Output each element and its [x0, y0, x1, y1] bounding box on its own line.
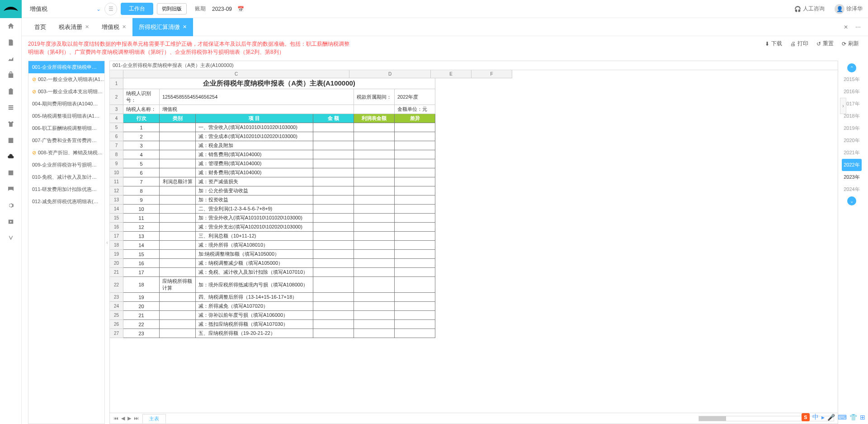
- cell[interactable]: [160, 195, 196, 205]
- cell[interactable]: 纳税人名称：: [123, 105, 160, 114]
- cell[interactable]: [160, 302, 196, 311]
- cell[interactable]: 18: [123, 277, 160, 293]
- cell[interactable]: 5: [123, 159, 160, 168]
- cell[interactable]: [395, 223, 435, 232]
- cell[interactable]: [354, 232, 395, 241]
- cell[interactable]: [160, 293, 196, 302]
- cell[interactable]: [354, 223, 395, 232]
- close-icon[interactable]: ✕: [122, 24, 126, 30]
- cell[interactable]: [354, 141, 395, 150]
- cell[interactable]: [354, 241, 395, 250]
- cell[interactable]: 金 额: [313, 114, 354, 123]
- cell[interactable]: 金额单位：元: [395, 105, 435, 114]
- year-item[interactable]: 2015年: [842, 73, 862, 86]
- cell[interactable]: [313, 123, 354, 132]
- cell[interactable]: [160, 159, 196, 168]
- cell[interactable]: 企业所得税年度纳税申报表（A类）主表(A100000): [123, 78, 435, 89]
- nav-home-icon[interactable]: [0, 18, 22, 34]
- download-button[interactable]: ⬇ 下载: [765, 40, 782, 48]
- cell[interactable]: [160, 150, 196, 159]
- cell[interactable]: 2022年度: [395, 89, 435, 105]
- cell[interactable]: 纳税人识别号：: [123, 89, 160, 105]
- cell[interactable]: [160, 241, 196, 250]
- cell[interactable]: 19: [123, 293, 160, 302]
- nav-v-icon[interactable]: [0, 230, 22, 246]
- sheet-nav-next[interactable]: ▶: [127, 415, 131, 421]
- tab-income-tax[interactable]: 所得税汇算清缴✕: [132, 18, 193, 36]
- form-list-item[interactable]: 007-广告费和业务宣传费跨…: [28, 134, 104, 147]
- cell[interactable]: [354, 123, 395, 132]
- form-list-item[interactable]: 001-企业所得税年度纳税申…: [28, 61, 104, 73]
- ime-mic-icon[interactable]: 🎤: [827, 414, 835, 421]
- form-list-item[interactable]: 009-企业所得税弥补亏损明…: [28, 159, 104, 171]
- year-up-button[interactable]: ⌃: [847, 63, 856, 72]
- cell[interactable]: [313, 277, 354, 293]
- cell[interactable]: 三、利润总额（10+11-12): [196, 232, 313, 241]
- cell[interactable]: 17: [123, 268, 160, 277]
- cell[interactable]: [160, 250, 196, 259]
- cell[interactable]: [313, 159, 354, 168]
- cell[interactable]: [354, 311, 395, 320]
- cell[interactable]: 一、营业收入(填写A101010\101020\103000): [196, 123, 313, 132]
- cell[interactable]: [313, 268, 354, 277]
- nav-video-icon[interactable]: [0, 214, 22, 230]
- cell[interactable]: [160, 205, 196, 214]
- close-icon[interactable]: ✕: [183, 24, 187, 30]
- cell[interactable]: 差异: [395, 114, 435, 123]
- cell[interactable]: [395, 132, 435, 141]
- cell[interactable]: [354, 168, 395, 177]
- cell[interactable]: [395, 123, 435, 132]
- nav-chart-icon[interactable]: [0, 51, 22, 67]
- cell[interactable]: [313, 329, 354, 338]
- year-down-button[interactable]: ⌄: [847, 196, 856, 205]
- nav-cloud-icon[interactable]: [0, 148, 22, 165]
- tabs-close-button[interactable]: ✕: [842, 22, 850, 32]
- cell[interactable]: 行次: [123, 114, 160, 123]
- cell[interactable]: 22: [123, 320, 160, 329]
- cell[interactable]: [313, 168, 354, 177]
- ime-punct-icon[interactable]: ▸: [821, 414, 825, 421]
- cell[interactable]: [313, 293, 354, 302]
- cell[interactable]: [395, 159, 435, 168]
- cell[interactable]: 税款所属期间：: [354, 89, 395, 105]
- cell[interactable]: [395, 293, 435, 302]
- cell[interactable]: 增值税: [160, 105, 354, 114]
- cell[interactable]: [395, 320, 435, 329]
- cell[interactable]: [160, 132, 196, 141]
- print-button[interactable]: 🖨 打印: [790, 40, 808, 48]
- ime-tool-icon[interactable]: ⊞: [860, 414, 865, 421]
- cell[interactable]: [395, 241, 435, 250]
- company-dropdown-icon[interactable]: ⌄: [96, 6, 101, 12]
- cell[interactable]: [160, 232, 196, 241]
- cell[interactable]: [395, 302, 435, 311]
- cell[interactable]: 减：纳税调整减少额（填写A105000）: [196, 259, 313, 268]
- year-item[interactable]: 2022年: [842, 159, 862, 171]
- cell[interactable]: [354, 150, 395, 159]
- cell[interactable]: [313, 311, 354, 320]
- cell[interactable]: [354, 250, 395, 259]
- cell[interactable]: 15: [123, 250, 160, 259]
- form-list-item[interactable]: 012-减免所得税优惠明细表(…: [28, 195, 104, 208]
- cell[interactable]: [354, 259, 395, 268]
- cell[interactable]: 1: [123, 123, 160, 132]
- cell[interactable]: 四、纳税调整后所得（13-14+15-16-17+18）: [196, 293, 313, 302]
- year-item[interactable]: 2020年: [842, 134, 862, 147]
- year-item[interactable]: 2024年: [842, 183, 862, 195]
- cell[interactable]: 23: [123, 329, 160, 338]
- cell[interactable]: [354, 195, 395, 205]
- doc-circle-button[interactable]: ☰: [104, 3, 117, 15]
- cell[interactable]: [395, 259, 435, 268]
- cell[interactable]: 减：管理费用(填写A104000): [196, 159, 313, 168]
- tab-vat[interactable]: 增值税✕: [95, 18, 132, 36]
- cell[interactable]: [395, 311, 435, 320]
- cell[interactable]: 14: [123, 241, 160, 250]
- cell[interactable]: 加：境外应税所得抵减境内亏损（填写A108000）: [196, 277, 313, 293]
- cell[interactable]: [160, 223, 196, 232]
- cell[interactable]: [313, 132, 354, 141]
- nav-clipboard-icon[interactable]: [0, 83, 22, 100]
- cell[interactable]: [160, 186, 196, 195]
- ime-skin-icon[interactable]: 👕: [849, 414, 857, 421]
- cell[interactable]: 类别: [160, 114, 196, 123]
- cell[interactable]: [313, 302, 354, 311]
- year-item[interactable]: 2023年: [842, 171, 862, 183]
